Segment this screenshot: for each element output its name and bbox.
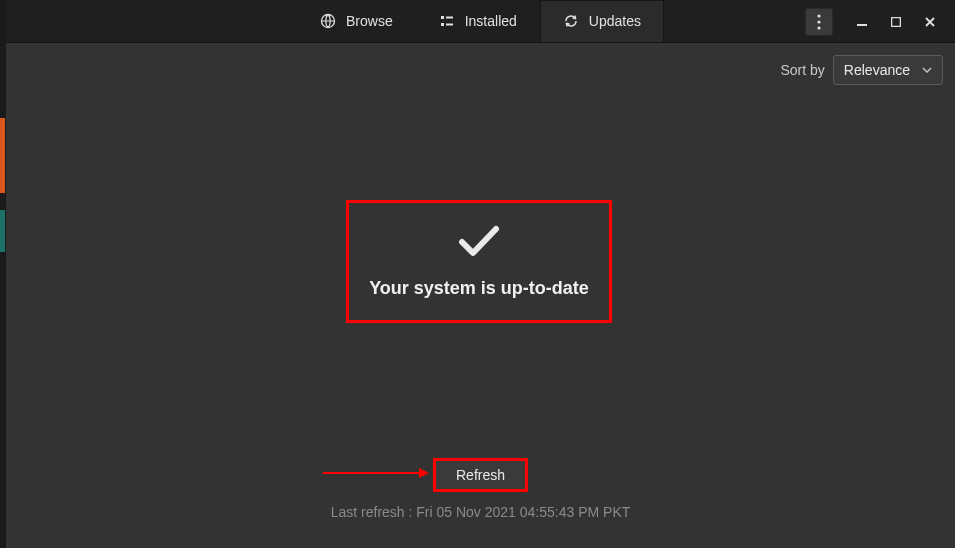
status-box-annotation: Your system is up-to-date	[346, 200, 612, 323]
svg-rect-4	[446, 24, 453, 26]
svg-point-5	[817, 14, 820, 17]
tab-updates-label: Updates	[589, 13, 641, 29]
left-accent-teal	[0, 210, 5, 252]
content-area: Sort by Relevance Your system is up-to-d…	[6, 43, 955, 548]
tab-updates[interactable]: Updates	[540, 0, 664, 42]
globe-icon	[320, 13, 336, 29]
tab-browse-label: Browse	[346, 13, 393, 29]
list-icon	[439, 13, 455, 29]
svg-point-7	[817, 26, 820, 29]
svg-rect-1	[441, 16, 444, 19]
arrow-annotation	[323, 465, 433, 485]
left-accent-orange	[0, 118, 5, 193]
checkmark-icon	[458, 224, 500, 262]
last-refresh-text: Last refresh : Fri 05 Nov 2021 04:55:43 …	[331, 504, 631, 520]
sort-bar: Sort by Relevance	[780, 55, 943, 85]
header-bar: Browse Installed Updates	[6, 0, 955, 43]
tab-browse[interactable]: Browse	[297, 0, 416, 42]
sort-selected-value: Relevance	[844, 62, 910, 78]
refresh-area: Refresh Last refresh : Fri 05 Nov 2021 0…	[6, 458, 955, 520]
chevron-down-icon	[922, 67, 932, 73]
sort-select[interactable]: Relevance	[833, 55, 943, 85]
tab-group: Browse Installed Updates	[297, 0, 664, 42]
maximize-button[interactable]	[879, 0, 913, 43]
sort-label: Sort by	[780, 62, 824, 78]
maximize-icon	[891, 17, 901, 27]
svg-rect-8	[857, 24, 867, 26]
refresh-row: Refresh	[433, 458, 528, 492]
close-icon	[925, 17, 935, 27]
svg-rect-9	[892, 17, 901, 26]
minimize-button[interactable]	[845, 0, 879, 43]
refresh-icon	[563, 13, 579, 29]
status-message: Your system is up-to-date	[369, 278, 589, 299]
svg-rect-3	[441, 23, 444, 26]
window-controls	[805, 0, 947, 43]
close-button[interactable]	[913, 0, 947, 43]
minimize-icon	[857, 17, 867, 27]
svg-point-6	[817, 20, 820, 23]
tab-installed[interactable]: Installed	[416, 0, 540, 42]
svg-rect-2	[446, 17, 453, 19]
kebab-icon	[817, 14, 821, 30]
kebab-menu-button[interactable]	[805, 8, 833, 36]
refresh-button[interactable]: Refresh	[433, 458, 528, 492]
tab-installed-label: Installed	[465, 13, 517, 29]
